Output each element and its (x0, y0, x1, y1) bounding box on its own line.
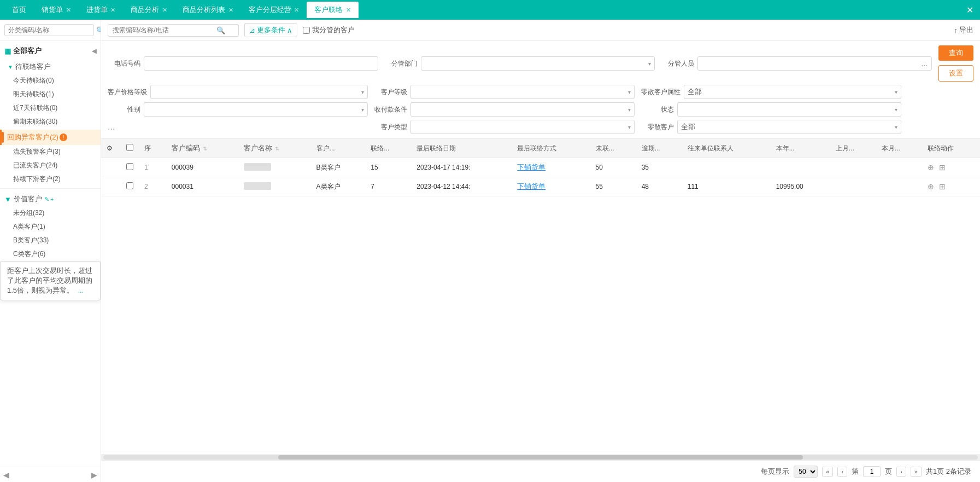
prev-page-button[interactable]: ‹ (837, 467, 847, 477)
value-customers-header[interactable]: ▼ 价值客户 ✎ + (0, 192, 101, 206)
row1-checkbox[interactable] (126, 163, 133, 170)
table-body: 1 000039 B类客户 15 2023-04-17 14:19: 下销货单 … (101, 158, 980, 196)
next-page-button[interactable]: › (896, 467, 906, 477)
waiting-contact-header[interactable]: ▼ 待联络客户 (0, 60, 101, 74)
row2-level: A类客户 (311, 177, 366, 196)
category-search-input[interactable] (4, 24, 94, 36)
scrollbar-thumb[interactable] (278, 455, 803, 460)
customer-type-select[interactable]: ▾ (410, 120, 635, 134)
sidebar-next-icon[interactable]: ▶ (91, 471, 97, 479)
last-page-button[interactable]: » (911, 467, 922, 477)
sidebar-item-tomorrow[interactable]: 明天待联络(1) (0, 88, 101, 101)
col-level: 客户... (311, 139, 366, 158)
price-level-select[interactable]: ▾ (150, 85, 368, 99)
row1-link-icon[interactable]: ⊕ (928, 163, 934, 172)
per-page-select[interactable]: 50 (794, 466, 818, 478)
close-customer-tier-tab[interactable]: ✕ (294, 7, 299, 13)
add-icon[interactable]: + (50, 196, 54, 202)
col-code[interactable]: 客户编码 ⇅ (166, 139, 238, 158)
sidebar-item-class-b[interactable]: B类客户(33) (0, 234, 101, 247)
row2-more-icon[interactable]: ⊞ (939, 182, 946, 191)
filter-gender: 性别 ▾ (108, 102, 368, 117)
retail-customer-select[interactable]: 全部 ▾ (677, 120, 901, 134)
row1-check[interactable] (121, 158, 139, 177)
main-search-input[interactable] (113, 26, 216, 34)
sidebar-item-lost-warning[interactable]: 流失预警客户(3) (0, 145, 101, 159)
tab-customer-contact[interactable]: 客户联络 ✕ (307, 2, 359, 18)
main-search-box[interactable]: 🔍 (108, 24, 239, 37)
scrollbar-track[interactable] (103, 455, 978, 460)
filter-dots-button[interactable]: ... (108, 122, 115, 132)
sidebar-item-repurchase-abnormal[interactable]: 回购异常客户(2) ! (0, 130, 101, 145)
filter-price-level: 客户价格等级 ▾ (108, 85, 368, 99)
filter-bar: 🔍 ⊿ 更多条件 ∧ 我分管的客户 ↑ 导出 (101, 20, 980, 41)
query-button[interactable]: 查询 (938, 45, 973, 61)
my-customer-checkbox[interactable] (303, 27, 310, 34)
sort-code-button[interactable]: 客户编码 ⇅ (172, 143, 207, 153)
close-sales-tab[interactable]: ✕ (66, 7, 71, 13)
sidebar-item-declining[interactable]: 持续下滑客户(2) (0, 172, 101, 186)
dept-select[interactable]: ▾ (421, 56, 655, 71)
setting-button[interactable]: 设置 (938, 65, 973, 82)
page-number-input[interactable] (863, 466, 881, 477)
manager-select[interactable]: … (697, 56, 932, 71)
close-purchase-tab[interactable]: ✕ (110, 7, 115, 13)
sidebar-item-already-lost[interactable]: 已流失客户(24) (0, 159, 101, 172)
chevron-down-icon8: ▾ (628, 124, 631, 130)
col-name[interactable]: 客户名称 ⇅ (238, 139, 310, 158)
sidebar-bottom-nav: ◀ ▶ (0, 467, 101, 482)
tab-analysis[interactable]: 商品分析 ✕ (123, 2, 175, 18)
sidebar-item-ungrouped[interactable]: 未分组(32) (0, 206, 101, 220)
tooltip-more-icon[interactable]: ... (78, 286, 84, 294)
retail-customer-label: 零散客户 (641, 123, 674, 132)
close-analysis-tab[interactable]: ✕ (162, 7, 167, 13)
tab-sales[interactable]: 销货单 ✕ (34, 2, 79, 18)
close-customer-contact-tab[interactable]: ✕ (346, 7, 351, 13)
close-window-icon[interactable]: ✕ (966, 5, 973, 15)
table-gear-button[interactable]: ⚙ (107, 144, 113, 152)
customer-level-label: 客户等级 (374, 88, 407, 97)
row1-more-icon[interactable]: ⊞ (939, 163, 946, 172)
tab-analysis-list[interactable]: 商品分析列表 ✕ (175, 2, 241, 18)
sidebar-item-today[interactable]: 今天待联络(0) (0, 74, 101, 88)
gender-select[interactable]: ▾ (144, 102, 368, 117)
repurchase-tooltip: 距客户上次交易时长，超过了此客户的平均交易周期的1.5倍，则视为异常。 ... (0, 261, 101, 300)
export-button[interactable]: ↑ 导出 (954, 25, 974, 35)
select-all-checkbox[interactable] (126, 144, 133, 151)
first-page-button[interactable]: « (822, 467, 833, 477)
filter-customer-type: 客户类型 ▾ (374, 120, 635, 134)
row1-action[interactable]: ⊕ ⊞ (922, 158, 980, 177)
sidebar-item-overdue[interactable]: 逾期未联络(30) (0, 115, 101, 129)
sidebar-item-class-a[interactable]: A类客户(1) (0, 220, 101, 234)
table-check-header[interactable] (121, 139, 139, 158)
phone-input[interactable] (144, 56, 378, 71)
status-label: 状态 (641, 105, 674, 114)
advanced-filter-panel: 电话号码 分管部门 ▾ 分管人员 … (101, 41, 980, 139)
more-conditions-button[interactable]: ⊿ 更多条件 ∧ (244, 23, 297, 37)
info-icon[interactable]: ! (60, 133, 67, 141)
tab-customer-tier[interactable]: 客户分层经营 ✕ (241, 2, 307, 18)
customer-level-select[interactable]: ▾ (410, 85, 635, 99)
edit-icon[interactable]: ✎ (44, 196, 49, 203)
payment-select[interactable]: ▾ (410, 102, 635, 117)
retail-attr-select[interactable]: 全部 ▾ (684, 85, 901, 99)
sidebar-item-class-c[interactable]: C类客户(6) (0, 247, 101, 261)
row1-last-method[interactable]: 下销货单 (512, 158, 590, 177)
close-analysis-list-tab[interactable]: ✕ (228, 7, 233, 13)
row2-action[interactable]: ⊕ ⊞ (922, 177, 980, 196)
tab-home[interactable]: 首页 (4, 2, 34, 18)
status-select[interactable]: ▾ (677, 102, 901, 117)
row2-check[interactable] (121, 177, 139, 196)
row2-last-method[interactable]: 下销货单 (512, 177, 590, 196)
all-customers-header[interactable]: ▦ 全部客户 ◀ (0, 43, 101, 59)
row2-checkbox[interactable] (126, 182, 133, 189)
row2-link-icon[interactable]: ⊕ (928, 182, 934, 191)
horizontal-scrollbar[interactable] (101, 454, 980, 461)
sort-name-button[interactable]: 客户名称 ⇅ (244, 143, 279, 153)
waiting-contact-group: ▼ 待联络客户 今天待联络(0) 明天待联络(1) 近7天待联络(0) 逾期未联… (0, 59, 101, 130)
tab-purchase[interactable]: 进货单 ✕ (79, 2, 124, 18)
sidebar-item-7days[interactable]: 近7天待联络(0) (0, 101, 101, 115)
category-search-button[interactable]: 🔍 (94, 25, 101, 36)
table-settings-header[interactable]: ⚙ (101, 139, 121, 158)
sidebar-prev-icon[interactable]: ◀ (3, 471, 9, 479)
